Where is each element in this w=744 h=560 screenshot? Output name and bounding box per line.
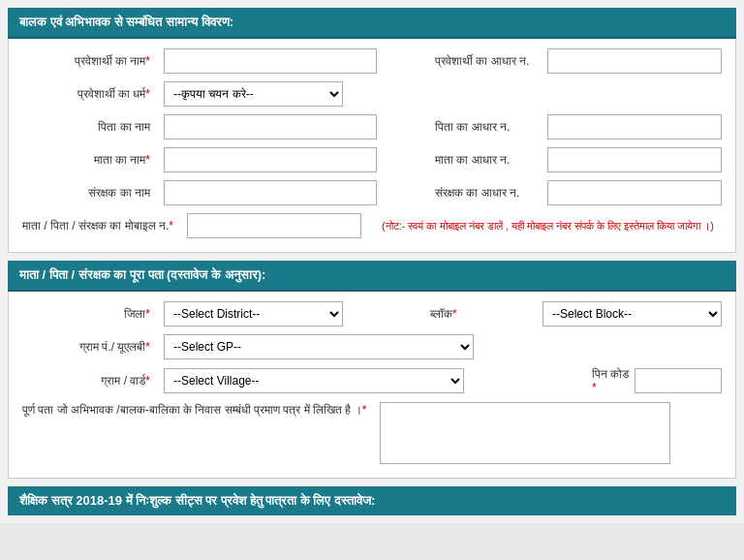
mother-aadhar-input[interactable] — [547, 147, 722, 172]
row-father: पिता का नाम पिता का आधार न. — [22, 114, 722, 140]
row-mother: माता का नाम* माता का आधार न. — [22, 147, 722, 172]
row-mobile: माता / पिता / संरक्षक का मोबाइल न.* (नोट… — [22, 213, 722, 238]
section3-header: शैक्षिक सत्र 2018-19 में निःशुल्क सीट्स … — [8, 486, 736, 515]
father-name-label: पिता का नाम — [22, 120, 158, 134]
mobile-note: (नोट:- स्वयं का मोबाइल नंबर डालें , यही … — [382, 220, 714, 232]
student-name-label: प्रवेशार्थी का नाम* — [22, 54, 158, 68]
block-select[interactable]: --Select Block-- — [542, 301, 722, 327]
row-district-block: जिला* --Select District-- ब्लॉक* --Selec… — [22, 301, 722, 327]
address-textarea[interactable] — [380, 402, 670, 464]
row-guardian: संरक्षक का नाम संरक्षक का आधार न. — [22, 180, 722, 205]
row-student-name: प्रवेशार्थी का नाम* प्रवेशार्थी का आधार … — [22, 48, 722, 74]
mother-name-input[interactable] — [164, 147, 377, 172]
section2-header: माता / पिता / संरक्षक का पूरा पता (दस्ता… — [8, 261, 736, 292]
guardian-name-label: संरक्षक का नाम — [22, 186, 158, 200]
gp-select[interactable]: --Select GP-- — [164, 334, 474, 359]
father-name-input[interactable] — [164, 114, 377, 140]
row-religion: प्रवेशार्थी का धर्म* --कृपया चयन करे-- — [22, 81, 722, 107]
village-select[interactable]: --Select Village-- — [164, 368, 464, 393]
pin-input[interactable] — [635, 368, 722, 393]
guardian-aadhar-input[interactable] — [547, 180, 722, 205]
religion-label: प्रवेशार्थी का धर्म* — [22, 87, 158, 101]
religion-select[interactable]: --कृपया चयन करे-- — [164, 81, 343, 107]
gp-label: ग्राम पं./ यूएलबी* — [22, 340, 158, 354]
page-wrapper: बालक एवं अभिभावक से सम्बंधित सामान्य विव… — [0, 0, 744, 523]
mobile-input[interactable] — [187, 213, 361, 238]
section1-body: प्रवेशार्थी का नाम* प्रवेशार्थी का आधार … — [8, 39, 736, 253]
row-village-pin: ग्राम / वार्ड* --Select Village-- पिन को… — [22, 367, 722, 394]
mother-aadhar-label: माता का आधार न. — [435, 153, 542, 167]
student-aadhar-input[interactable] — [547, 48, 722, 74]
guardian-aadhar-label: संरक्षक का आधार न. — [435, 186, 542, 200]
guardian-name-input[interactable] — [164, 180, 377, 205]
village-label: ग्राम / वार्ड* — [22, 374, 158, 388]
mother-name-label: माता का नाम* — [22, 153, 158, 167]
block-label: ब्लॉक* — [430, 307, 537, 321]
student-aadhar-label: प्रवेशार्थी का आधार न. — [435, 54, 542, 68]
student-name-input[interactable] — [164, 48, 377, 74]
row-gp: ग्राम पं./ यूएलबी* --Select GP-- — [22, 334, 722, 359]
father-aadhar-input[interactable] — [547, 114, 722, 140]
section2-body: जिला* --Select District-- ब्लॉक* --Selec… — [8, 292, 736, 479]
section1-header: बालक एवं अभिभावक से सम्बंधित सामान्य विव… — [8, 8, 736, 39]
pin-label: पिन कोड* — [592, 367, 631, 394]
father-aadhar-label: पिता का आधार न. — [435, 120, 542, 134]
row-address: पूर्ण पता जो अभिभावक /बालक-बालिका के निव… — [22, 402, 722, 464]
address-label: पूर्ण पता जो अभिभावक /बालक-बालिका के निव… — [22, 402, 374, 419]
district-select[interactable]: --Select District-- — [164, 301, 343, 327]
district-label: जिला* — [22, 307, 158, 321]
mobile-label: माता / पिता / संरक्षक का मोबाइल न.* — [22, 219, 181, 233]
